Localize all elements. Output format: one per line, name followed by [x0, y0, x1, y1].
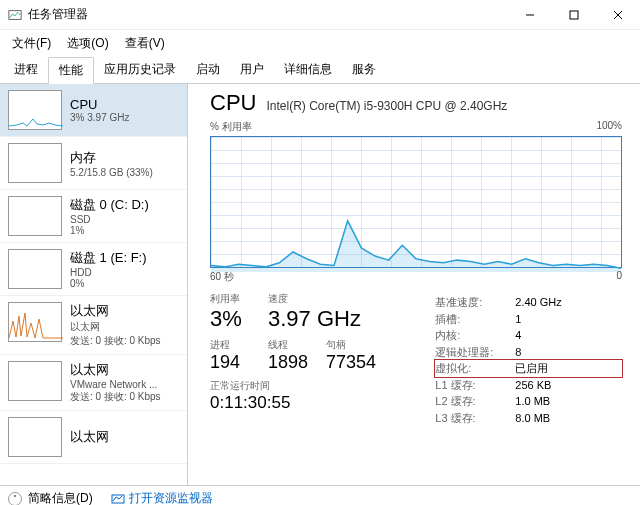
menu-options[interactable]: 选项(O) [59, 32, 116, 55]
logical-val: 8 [515, 344, 521, 361]
eth1-thumb [8, 302, 62, 342]
sidebar-item-sub: 以太网 [70, 320, 161, 334]
sidebar-item-sub: HDD [70, 267, 147, 278]
sidebar-item-disk-0[interactable]: 磁盘 0 (C: D:) SSD 1% [0, 190, 187, 243]
cpu-utilization-chart [210, 136, 622, 268]
tab-startup[interactable]: 启动 [186, 57, 230, 83]
detail-panel: CPU Intel(R) Core(TM) i5-9300H CPU @ 2.4… [188, 84, 640, 485]
tab-services[interactable]: 服务 [342, 57, 386, 83]
cpu-model-text: Intel(R) Core(TM) i5-9300H CPU @ 2.40GHz [266, 99, 507, 113]
threads-value: 1898 [268, 352, 308, 373]
window-title: 任务管理器 [28, 6, 508, 23]
fewer-details-button[interactable]: 简略信息(D) [28, 490, 93, 505]
sidebar-item-sub: 3% 3.97 GHz [70, 112, 129, 123]
base-speed-val: 2.40 GHz [515, 294, 561, 311]
performance-sidebar[interactable]: CPU 3% 3.97 GHz 内存 5.2/15.8 GB (33%) 磁盘 … [0, 84, 188, 485]
handles-value: 77354 [326, 352, 376, 373]
cores-key: 内核: [435, 327, 515, 344]
sockets-key: 插槽: [435, 311, 515, 328]
app-icon [8, 8, 22, 22]
l3-key: L3 缓存: [435, 410, 515, 427]
sidebar-item-ethernet-1[interactable]: 以太网 以太网 发送: 0 接收: 0 Kbps [0, 296, 187, 355]
sidebar-item-label: 磁盘 0 (C: D:) [70, 196, 149, 214]
footer-bar: ˄ 简略信息(D) 打开资源监视器 [0, 485, 640, 505]
l2-key: L2 缓存: [435, 393, 515, 410]
sidebar-item-label: 以太网 [70, 302, 161, 320]
tab-bar: 进程 性能 应用历史记录 启动 用户 详细信息 服务 [0, 57, 640, 84]
sidebar-item-memory[interactable]: 内存 5.2/15.8 GB (33%) [0, 137, 187, 190]
chevron-up-icon[interactable]: ˄ [8, 492, 22, 506]
l2-val: 1.0 MB [515, 393, 550, 410]
sidebar-item-sub: SSD [70, 214, 149, 225]
l1-val: 256 KB [515, 377, 551, 394]
speed-label: 速度 [268, 292, 361, 306]
sidebar-item-ethernet-2[interactable]: 以太网 VMware Network ... 发送: 0 接收: 0 Kbps [0, 355, 187, 411]
uptime-label: 正常运行时间 [210, 379, 415, 393]
title-bar: 任务管理器 [0, 0, 640, 30]
tab-details[interactable]: 详细信息 [274, 57, 342, 83]
tab-app-history[interactable]: 应用历史记录 [94, 57, 186, 83]
l3-val: 8.0 MB [515, 410, 550, 427]
content-area: CPU 3% 3.97 GHz 内存 5.2/15.8 GB (33%) 磁盘 … [0, 84, 640, 485]
tab-users[interactable]: 用户 [230, 57, 274, 83]
svg-rect-0 [9, 10, 21, 19]
threads-label: 线程 [268, 338, 308, 352]
handles-label: 句柄 [326, 338, 376, 352]
window-controls [508, 0, 640, 30]
menu-view[interactable]: 查看(V) [117, 32, 173, 55]
sidebar-item-ethernet-3[interactable]: 以太网 [0, 411, 187, 464]
sidebar-item-sub: 5.2/15.8 GB (33%) [70, 167, 153, 178]
uptime-value: 0:11:30:55 [210, 393, 415, 413]
memory-thumb [8, 143, 62, 183]
sidebar-item-label: 以太网 [70, 428, 109, 446]
cpu-thumb [8, 90, 62, 130]
chart-top-left-label: % 利用率 [210, 120, 252, 134]
disk0-thumb [8, 196, 62, 236]
minimize-button[interactable] [508, 0, 552, 30]
tab-processes[interactable]: 进程 [4, 57, 48, 83]
virtualization-val: 已启用 [515, 360, 548, 377]
chart-top-right-label: 100% [596, 120, 622, 134]
menu-file[interactable]: 文件(F) [4, 32, 59, 55]
sidebar-item-sub2: 发送: 0 接收: 0 Kbps [70, 390, 161, 404]
detail-title: CPU [210, 90, 256, 116]
svg-rect-2 [570, 11, 578, 19]
eth2-thumb [8, 361, 62, 401]
sidebar-item-sub2: 1% [70, 225, 149, 236]
processes-value: 194 [210, 352, 250, 373]
processes-label: 进程 [210, 338, 250, 352]
sidebar-item-label: 以太网 [70, 361, 161, 379]
sidebar-item-sub2: 0% [70, 278, 147, 289]
open-resource-monitor-link[interactable]: 打开资源监视器 [111, 490, 213, 505]
sidebar-item-label: CPU [70, 97, 129, 112]
sidebar-item-cpu[interactable]: CPU 3% 3.97 GHz [0, 84, 187, 137]
speed-value: 3.97 GHz [268, 306, 361, 332]
sidebar-item-label: 内存 [70, 149, 153, 167]
maximize-button[interactable] [552, 0, 596, 30]
close-button[interactable] [596, 0, 640, 30]
base-speed-key: 基准速度: [435, 294, 515, 311]
sidebar-item-sub2: 发送: 0 接收: 0 Kbps [70, 334, 161, 348]
eth3-thumb [8, 417, 62, 457]
menu-bar: 文件(F) 选项(O) 查看(V) [0, 30, 640, 57]
sidebar-item-disk-1[interactable]: 磁盘 1 (E: F:) HDD 0% [0, 243, 187, 296]
tab-performance[interactable]: 性能 [48, 57, 94, 84]
resource-monitor-icon [111, 492, 125, 506]
l1-key: L1 缓存: [435, 377, 515, 394]
logical-key: 逻辑处理器: [435, 344, 515, 361]
sockets-val: 1 [515, 311, 521, 328]
usage-value: 3% [210, 306, 250, 332]
virtualization-key: 虚拟化: [435, 360, 515, 377]
sidebar-item-sub: VMware Network ... [70, 379, 161, 390]
cores-val: 4 [515, 327, 521, 344]
resource-monitor-text: 打开资源监视器 [129, 490, 213, 505]
sidebar-item-label: 磁盘 1 (E: F:) [70, 249, 147, 267]
usage-label: 利用率 [210, 292, 250, 306]
disk1-thumb [8, 249, 62, 289]
